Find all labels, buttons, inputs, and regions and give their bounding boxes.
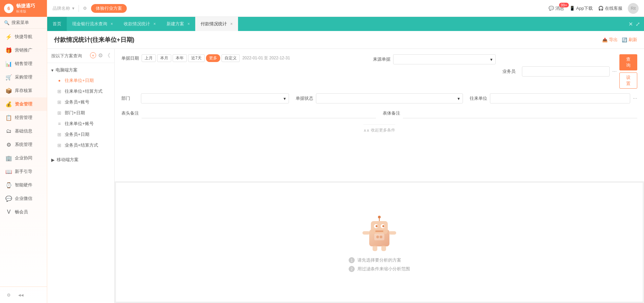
right-area: 单据日期 上月 本月 本年 近7天 更多 自定义 2022-01-01 至 20…	[115, 49, 644, 303]
scheme-item-label: 部门+日期	[65, 110, 85, 116]
capital-icon: 💰	[5, 101, 12, 108]
query-button[interactable]: 查询	[619, 54, 637, 70]
topbar-settings-icon[interactable]: ⚙	[83, 6, 87, 11]
scheme-item-unit-account[interactable]: ≡ 往来单位+账号	[47, 118, 114, 129]
tab-new-scheme[interactable]: 新建方案 ×	[161, 17, 195, 31]
tab-close-all-icon[interactable]: ✕	[628, 21, 633, 27]
sidebar-item-inventory[interactable]: 📦 库存核算	[0, 84, 47, 97]
tab-pay-stats[interactable]: 付款情况统计 ×	[195, 17, 238, 31]
date-btn-this-year[interactable]: 本年	[173, 54, 187, 62]
empty-tip-1: 1 请先选择要分析的方案	[349, 257, 410, 263]
user-avatar[interactable]: Rit	[628, 3, 639, 14]
sidebar-item-operation[interactable]: 📋 经营管理	[0, 111, 47, 124]
scheme-item-label: 业务员+日期	[65, 131, 89, 138]
export-icon: 📤	[602, 37, 608, 42]
date-btn-custom[interactable]: 自定义	[222, 54, 240, 62]
svg-rect-10	[389, 231, 396, 235]
date-btn-more[interactable]: 更多	[206, 54, 220, 62]
online-service-button[interactable]: 🎧 在线客服	[598, 5, 622, 11]
voucher-status-select[interactable]: ▾	[316, 93, 463, 103]
sidebar-item-corp[interactable]: 🏢 企业协同	[0, 151, 47, 165]
sidebar-item-quick-nav[interactable]: ⚡ 快捷导航	[0, 30, 47, 43]
sidebar-item-label: 经营管理	[15, 115, 32, 121]
sidebar-item-weixin[interactable]: 💬 企业微信	[0, 192, 47, 205]
desktop-scheme-title[interactable]: ▾ 电脑端方案	[47, 65, 114, 75]
scheme-settings-icon[interactable]: ⚙	[98, 52, 103, 59]
settings-button[interactable]: 设置	[619, 72, 637, 89]
tab-bank-flow[interactable]: 现金银行流水查询 ×	[67, 17, 118, 31]
body-notes-input[interactable]	[403, 108, 637, 118]
sidebar-footer: ⚙ ◀◀	[0, 286, 47, 303]
tab-new-scheme-close[interactable]: ×	[187, 22, 190, 26]
tab-pay-stats-close[interactable]: ×	[230, 22, 233, 26]
add-scheme-icon[interactable]: +	[90, 52, 96, 58]
filter-area: 单据日期 上月 本月 本年 近7天 更多 自定义 2022-01-01 至 20…	[115, 49, 644, 181]
newbie-icon: 📖	[5, 168, 12, 175]
tab-expand-icon[interactable]: ⤢	[636, 21, 640, 27]
filter-row-1: 单据日期 上月 本月 本年 近7天 更多 自定义 2022-01-01 至 20…	[121, 54, 637, 89]
scheme-item-label: 往来单位+结算方式	[65, 88, 103, 94]
app-download-button[interactable]: 📱 App下载	[569, 5, 593, 11]
export-button[interactable]: 📤 导出	[602, 37, 618, 43]
source-filter: 来源单据 ▾	[373, 54, 495, 64]
system-icon: ⚙	[5, 141, 12, 148]
date-btn-7days[interactable]: 近7天	[188, 54, 205, 62]
related-unit-select[interactable]	[490, 93, 630, 103]
svg-point-14	[376, 236, 379, 238]
date-btn-this-month[interactable]: 本月	[157, 54, 171, 62]
scheme-item-dept-date[interactable]: ⊞ 部门+日期	[47, 108, 114, 118]
scheme-item-staff-date[interactable]: ⊞ 业务员+日期	[47, 129, 114, 140]
collapse-row: ∧∧ 收起更多条件	[121, 123, 637, 136]
head-notes-input[interactable]	[142, 108, 376, 118]
scheme-query-label: 按以下方案查询	[51, 53, 82, 59]
mobile-scheme-title[interactable]: ▶ 移动端方案	[47, 155, 114, 165]
date-btn-last-month[interactable]: 上月	[142, 54, 156, 62]
scheme-item-unit-date[interactable]: ● 往来单位+日期	[47, 75, 114, 86]
tab-receive-stats[interactable]: 收款情况统计 ×	[118, 17, 161, 31]
staff-dots-icon[interactable]: ···	[612, 68, 617, 74]
scheme-item-unit-settle[interactable]: ⊞ 往来单位+结算方式	[47, 86, 114, 97]
panel-collapse-icon[interactable]: 《	[105, 52, 110, 59]
sidebar-item-hardware[interactable]: ⌚ 智能硬件	[0, 178, 47, 192]
related-unit-label: 往来单位	[470, 95, 487, 101]
logo-text: 畅捷通巧	[16, 3, 35, 9]
refresh-button[interactable]: 🔄 刷新	[622, 37, 637, 43]
footer-settings-icon[interactable]: ⚙	[4, 290, 13, 300]
trial-button[interactable]: 体验行业方案	[91, 4, 127, 13]
tab-bank-flow-close[interactable]: ×	[111, 22, 113, 26]
corp-icon: 🏢	[5, 155, 12, 161]
sidebar-item-marketing[interactable]: 🎁 营销推广	[0, 43, 47, 57]
source-select[interactable]: ▾	[393, 54, 495, 64]
empty-robot-icon	[359, 213, 400, 253]
sidebar-item-vip[interactable]: V 畅会员	[0, 205, 47, 219]
dept-select[interactable]: ▾	[141, 93, 289, 103]
sidebar-item-capital[interactable]: 💰 资金管理	[0, 97, 47, 111]
voucher-status-filter: 单据状态 ▾	[296, 93, 463, 103]
scheme-icon: ⊞	[57, 132, 62, 137]
sidebar-item-sales[interactable]: 📊 销售管理	[0, 57, 47, 70]
dept-filter: 部门 ▾	[121, 93, 289, 103]
footer-collapse-icon[interactable]: ◀◀	[16, 290, 26, 300]
sidebar-item-basic[interactable]: 🗂 基础信息	[0, 124, 47, 138]
message-icon: 💬	[549, 6, 554, 11]
sidebar-item-system[interactable]: ⚙ 系统管理	[0, 138, 47, 151]
tab-bank-flow-label: 现金银行流水查询	[72, 21, 107, 27]
messages-button[interactable]: 💬 消息 99+	[549, 5, 564, 11]
related-unit-dots-icon[interactable]: ···	[633, 95, 637, 101]
tab-home[interactable]: 首页	[47, 17, 67, 31]
svg-point-4	[376, 225, 378, 227]
tab-receive-stats-close[interactable]: ×	[153, 22, 156, 26]
sidebar-item-newbie[interactable]: 📖 新手引导	[0, 165, 47, 178]
bottom-content: 1 请先选择要分析的方案 2 用过滤条件来缩小分析范围	[115, 181, 644, 303]
staff-select[interactable]	[522, 66, 610, 77]
search-menu[interactable]: 🔍 搜索菜单	[0, 17, 47, 29]
sidebar-item-purchase[interactable]: 🛒 采购管理	[0, 70, 47, 84]
refresh-label: 刷新	[628, 37, 637, 43]
brand-chevron-icon[interactable]: ▾	[72, 6, 75, 11]
scheme-item-staff-settle[interactable]: ⊞ 业务员+结算方式	[47, 140, 114, 151]
content-area: 付款情况统计(往来单位+日期) 📤 导出 🔄 刷新 按以下方案查询 +	[47, 31, 644, 303]
collapse-more-btn[interactable]: ∧∧ 收起更多条件	[363, 124, 395, 136]
scheme-item-staff-account[interactable]: ⊞ 业务员+账号	[47, 97, 114, 108]
export-label: 导出	[609, 37, 618, 43]
date-filter: 单据日期 上月 本月 本年 近7天 更多 自定义 2022-01-01 至 20…	[121, 54, 366, 62]
